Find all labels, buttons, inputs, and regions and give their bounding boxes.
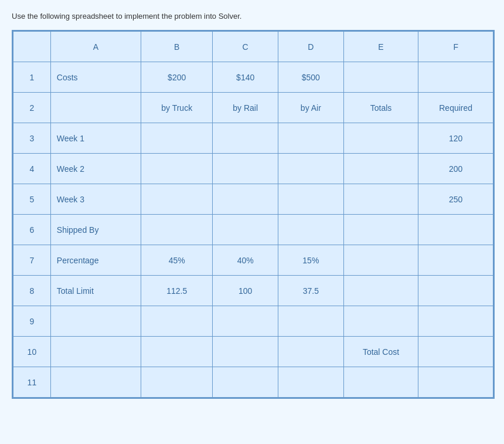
cell-f-7[interactable] (418, 245, 493, 276)
table-row: 9 (13, 306, 493, 337)
cell-b-3[interactable] (141, 123, 213, 154)
table-row: 3Week 1120 (13, 123, 493, 154)
cell-c-11[interactable] (213, 367, 278, 398)
spreadsheet-table: A B C D E F 1Costs$200$140$5002by Truckb… (13, 31, 493, 398)
cell-a-8[interactable]: Total Limit (50, 276, 141, 306)
cell-f-2[interactable]: Required (418, 93, 493, 123)
row-num-1[interactable]: 1 (13, 62, 51, 93)
cell-e-8[interactable] (343, 276, 418, 306)
header-row: A B C D E F (13, 32, 493, 62)
cell-a-9[interactable] (50, 306, 141, 337)
cell-c-8[interactable]: 100 (213, 276, 278, 306)
cell-f-5[interactable]: 250 (418, 184, 493, 215)
cell-d-3[interactable] (278, 123, 344, 154)
table-row: 5Week 3250 (13, 184, 493, 215)
header-b: B (141, 32, 213, 62)
cell-c-5[interactable] (213, 184, 278, 215)
cell-b-6[interactable] (141, 215, 213, 245)
cell-d-1[interactable]: $500 (278, 62, 344, 93)
header-c: C (213, 32, 278, 62)
instruction-text: Use the following spreadsheet to impleme… (12, 12, 492, 21)
cell-f-11[interactable] (418, 367, 493, 398)
header-a: A (50, 32, 141, 62)
cell-e-6[interactable] (343, 215, 418, 245)
cell-c-4[interactable] (213, 154, 278, 184)
cell-e-5[interactable] (343, 184, 418, 215)
cell-d-9[interactable] (278, 306, 344, 337)
cell-e-1[interactable] (343, 62, 418, 93)
row-num-8[interactable]: 8 (13, 276, 51, 306)
cell-d-10[interactable] (278, 337, 344, 367)
table-row: 8Total Limit112.510037.5 (13, 276, 493, 306)
cell-f-10[interactable] (418, 337, 493, 367)
row-num-10[interactable]: 10 (13, 337, 51, 367)
table-row: 7Percentage45%40%15% (13, 245, 493, 276)
cell-a-4[interactable]: Week 2 (50, 154, 141, 184)
header-e: E (343, 32, 418, 62)
cell-d-4[interactable] (278, 154, 344, 184)
cell-a-11[interactable] (50, 367, 141, 398)
table-row: 6Shipped By (13, 215, 493, 245)
cell-a-2[interactable] (50, 93, 141, 123)
row-num-4[interactable]: 4 (13, 154, 51, 184)
cell-c-7[interactable]: 40% (213, 245, 278, 276)
header-d: D (278, 32, 344, 62)
cell-c-6[interactable] (213, 215, 278, 245)
row-num-9[interactable]: 9 (13, 306, 51, 337)
row-num-11[interactable]: 11 (13, 367, 51, 398)
cell-f-3[interactable]: 120 (418, 123, 493, 154)
cell-e-11[interactable] (343, 367, 418, 398)
cell-b-8[interactable]: 112.5 (141, 276, 213, 306)
row-num-5[interactable]: 5 (13, 184, 51, 215)
row-num-3[interactable]: 3 (13, 123, 51, 154)
cell-c-9[interactable] (213, 306, 278, 337)
table-row: 2by Truckby Railby AirTotalsRequired (13, 93, 493, 123)
cell-b-10[interactable] (141, 337, 213, 367)
cell-e-3[interactable] (343, 123, 418, 154)
cell-e-7[interactable] (343, 245, 418, 276)
cell-c-10[interactable] (213, 337, 278, 367)
cell-b-1[interactable]: $200 (141, 62, 213, 93)
cell-a-5[interactable]: Week 3 (50, 184, 141, 215)
row-num-6[interactable]: 6 (13, 215, 51, 245)
table-row: 1Costs$200$140$500 (13, 62, 493, 93)
cell-f-6[interactable] (418, 215, 493, 245)
header-f: F (418, 32, 493, 62)
cell-a-7[interactable]: Percentage (50, 245, 141, 276)
cell-a-6[interactable]: Shipped By (50, 215, 141, 245)
row-num-7[interactable]: 7 (13, 245, 51, 276)
cell-b-9[interactable] (141, 306, 213, 337)
cell-d-2[interactable]: by Air (278, 93, 344, 123)
cell-d-5[interactable] (278, 184, 344, 215)
cell-d-7[interactable]: 15% (278, 245, 344, 276)
table-row: 10Total Cost (13, 337, 493, 367)
row-num-2[interactable]: 2 (13, 93, 51, 123)
cell-b-11[interactable] (141, 367, 213, 398)
cell-e-10[interactable]: Total Cost (343, 337, 418, 367)
cell-b-4[interactable] (141, 154, 213, 184)
cell-e-9[interactable] (343, 306, 418, 337)
cell-b-7[interactable]: 45% (141, 245, 213, 276)
cell-a-3[interactable]: Week 1 (50, 123, 141, 154)
cell-e-4[interactable] (343, 154, 418, 184)
cell-d-6[interactable] (278, 215, 344, 245)
cell-c-3[interactable] (213, 123, 278, 154)
cell-a-10[interactable] (50, 337, 141, 367)
cell-b-2[interactable]: by Truck (141, 93, 213, 123)
cell-a-1[interactable]: Costs (50, 62, 141, 93)
table-row: 11 (13, 367, 493, 398)
cell-f-4[interactable]: 200 (418, 154, 493, 184)
cell-f-8[interactable] (418, 276, 493, 306)
cell-c-1[interactable]: $140 (213, 62, 278, 93)
header-empty (13, 32, 51, 62)
cell-d-8[interactable]: 37.5 (278, 276, 344, 306)
cell-f-9[interactable] (418, 306, 493, 337)
cell-d-11[interactable] (278, 367, 344, 398)
cell-e-2[interactable]: Totals (343, 93, 418, 123)
cell-b-5[interactable] (141, 184, 213, 215)
table-row: 4Week 2200 (13, 154, 493, 184)
spreadsheet: A B C D E F 1Costs$200$140$5002by Truckb… (12, 30, 495, 399)
cell-f-1[interactable] (418, 62, 493, 93)
cell-c-2[interactable]: by Rail (213, 93, 278, 123)
